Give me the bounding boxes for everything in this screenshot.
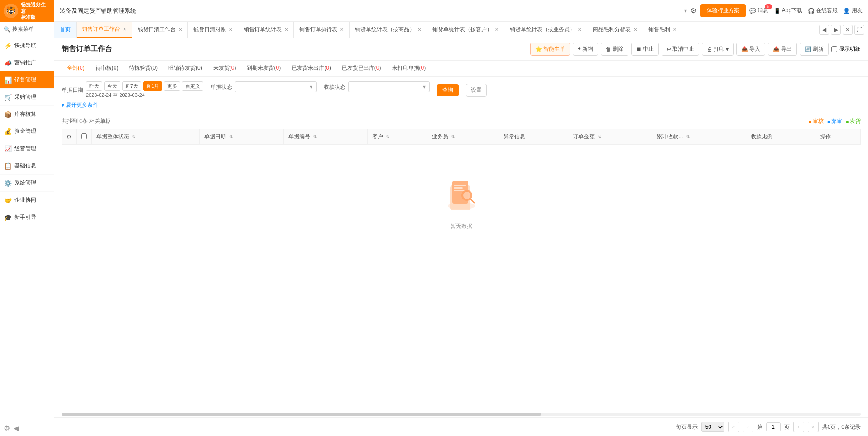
next-page-btn[interactable]: › [793, 422, 804, 432]
date-today-btn[interactable]: 今天 [104, 81, 120, 91]
col-customer-header[interactable]: 客户 ⇅ [367, 129, 427, 145]
sidebar-item-operations[interactable]: 📈 经营管理 [0, 140, 54, 157]
sidebar-item-enterprise[interactable]: 🤝 企业协同 [0, 192, 54, 209]
sidebar-item-finance[interactable]: 💰 资金管理 [0, 123, 54, 140]
tab-sales-stats-staff[interactable]: 销货单统计表（按业务员） ✕ [504, 22, 587, 38]
col-status-header[interactable]: 单据整体状态 ⇅ [92, 129, 200, 145]
tab-cash-daily-workbench[interactable]: 钱货日清工作台 ✕ [132, 22, 188, 38]
sidebar-collapse-btn[interactable]: ◀ [14, 424, 19, 432]
tab-sales-stats-customer[interactable]: 销货单统计表（按客户） ✕ [427, 22, 504, 38]
date-more-btn[interactable]: 更多 [164, 81, 180, 91]
expand-btn[interactable]: ▾ 展开更多条件 [62, 101, 861, 109]
sub-tab-not-shipped[interactable]: 未发货(0) [208, 61, 242, 76]
sidebar-item-base-info[interactable]: 📋 基础信息 [0, 157, 54, 175]
date-1month-btn[interactable]: 近1月 [143, 81, 162, 91]
sidebar-item-sys-mgmt[interactable]: ⚙️ 系统管理 [0, 175, 54, 192]
tab-close-cash-goods[interactable]: ✕ [229, 27, 232, 32]
sidebar-settings-btn[interactable]: ⚙ [4, 424, 10, 432]
sub-tab-all[interactable]: 全部(0) [62, 61, 90, 76]
tab-sales-order-stats[interactable]: 销售订单统计表 ✕ [238, 22, 294, 38]
import-btn[interactable]: 📥 导入 [736, 43, 765, 56]
tab-close-gross[interactable]: ✕ [673, 27, 676, 32]
tab-sales-order-exec[interactable]: 销售订单执行表 ✕ [294, 22, 350, 38]
app-download-btn[interactable]: 📱 App下载 [774, 7, 802, 14]
tab-close-sales-exec[interactable]: ✕ [340, 27, 344, 32]
first-page-btn[interactable]: « [728, 422, 739, 432]
delete-btn[interactable]: 🗑 删除 [601, 43, 628, 56]
tab-close-stats-product[interactable]: ✕ [417, 27, 421, 32]
tab-sales-stats-product[interactable]: 销货单统计表（按商品） ✕ [350, 22, 427, 38]
col-number-header[interactable]: 单据编号 ⇅ [283, 129, 367, 145]
stop-btn[interactable]: ⏹ 中止 [631, 43, 659, 56]
cancel-stop-btn[interactable]: ↩ 取消中止 [662, 43, 699, 56]
tab-close-stats-staff[interactable]: ✕ [578, 27, 581, 32]
user-icon: 👤 [843, 8, 850, 14]
col-collected-header[interactable]: 累计收款... ⇅ [652, 129, 746, 145]
experience-btn[interactable]: 体验行业方案 [700, 4, 746, 17]
show-detail-checkbox[interactable] [831, 46, 837, 52]
date-custom-btn[interactable]: 自定义 [182, 81, 203, 91]
col-settings-header[interactable]: ⚙ [62, 129, 77, 145]
sidebar-item-inventory[interactable]: 📦 库存核算 [0, 106, 54, 123]
tab-sales-gross[interactable]: 销售毛利 ✕ [643, 22, 682, 38]
message-btn[interactable]: 💬 消息 6 [749, 7, 768, 14]
tab-scroll-left-btn[interactable]: ◀ [819, 25, 829, 35]
sidebar-item-marketing[interactable]: 📣 营销推广 [0, 54, 54, 71]
tab-close-stats-customer[interactable]: ✕ [495, 27, 499, 32]
sidebar-item-search[interactable]: 🔍 搜索菜单 [0, 22, 54, 37]
page-size-select[interactable]: 10 20 50 100 [701, 422, 724, 432]
settings-btn[interactable]: ⚙ [691, 6, 697, 15]
settings-filter-btn[interactable]: 设置 [466, 84, 487, 97]
query-btn[interactable]: 查询 [437, 84, 459, 96]
sub-tab-pending-inspect[interactable]: 待拣验货(0) [124, 61, 163, 76]
scroll-track[interactable] [62, 413, 861, 416]
col-check-header[interactable] [77, 129, 92, 145]
print-btn[interactable]: 🖨 打印 ▾ [702, 43, 734, 56]
status-select[interactable]: ▾ [235, 81, 317, 92]
tab-home[interactable]: 首页 [54, 22, 77, 38]
sub-tab-shipped-not-warehoused[interactable]: 已发货未出库(0) [286, 61, 336, 76]
col-amount-header[interactable]: 订单金额 ⇅ [568, 129, 652, 145]
tab-close-margin[interactable]: ✕ [633, 27, 637, 32]
dropdown-icon[interactable]: ▾ [684, 8, 687, 14]
cancel-audit-btn[interactable]: ● 弃审 [827, 118, 842, 125]
smart-btn[interactable]: ⭐ 智能生单 [530, 43, 570, 56]
tab-fullscreen-btn[interactable]: ⛶ [854, 25, 864, 35]
payment-select[interactable]: ▾ [348, 81, 430, 92]
sidebar-item-purchase[interactable]: 🛒 采购管理 [0, 89, 54, 106]
date-7days-btn[interactable]: 近7天 [122, 81, 141, 91]
sidebar-item-sales[interactable]: 📊 销售管理 [0, 71, 54, 89]
date-yesterday-btn[interactable]: 昨天 [86, 81, 102, 91]
new-btn[interactable]: + 新增 [573, 43, 598, 56]
user-area[interactable]: 👤 用友 [843, 7, 863, 14]
sub-tab-wangpu-pending-ship[interactable]: 旺铺待发货(0) [163, 61, 208, 76]
tab-close-all-btn[interactable]: ✕ [843, 25, 853, 35]
page-number-input[interactable] [766, 422, 781, 431]
tab-scroll-right-btn[interactable]: ▶ [831, 25, 841, 35]
online-service-btn[interactable]: 🎧 在线客服 [808, 7, 838, 14]
tab-close-cash-daily[interactable]: ✕ [178, 27, 182, 32]
sub-tab-shipped-warehoused[interactable]: 已发货已出库(0) [336, 61, 387, 76]
tab-sales-order-workbench[interactable]: 销售订单工作台 ✕ [77, 22, 132, 38]
audit-btn[interactable]: ● 审核 [808, 118, 823, 125]
sidebar-item-quick-nav[interactable]: ⚡ 快捷导航 [0, 37, 54, 54]
tab-cash-goods-account[interactable]: 钱货日清对账 ✕ [188, 22, 238, 38]
select-all-checkbox[interactable] [81, 133, 87, 139]
tab-close-sales-stats[interactable]: ✕ [284, 27, 288, 32]
last-page-btn[interactable]: » [808, 422, 819, 432]
export-btn[interactable]: 📤 导出 [768, 43, 797, 56]
sub-tab-not-printed[interactable]: 未打印单据(0) [387, 61, 432, 76]
ship-btn[interactable]: ● 发货 [846, 118, 861, 125]
scroll-bar-area[interactable] [54, 411, 868, 417]
tab-product-margin[interactable]: 商品毛利分析表 ✕ [587, 22, 643, 38]
col-staff-header[interactable]: 业务员 ⇅ [427, 129, 499, 145]
sub-tab-overdue-not-shipped[interactable]: 到期未发货(0) [241, 61, 286, 76]
sub-tab-pending-review[interactable]: 待审核(0) [90, 61, 124, 76]
show-detail-label[interactable]: 显示明细 [831, 45, 861, 53]
refresh-btn[interactable]: 🔄 刷新 [800, 43, 829, 56]
tab-close-sales-order[interactable]: ✕ [123, 27, 126, 32]
scroll-thumb[interactable] [62, 413, 541, 416]
prev-page-btn[interactable]: ‹ [743, 422, 753, 432]
sidebar-item-new-guide[interactable]: 🎓 新手引导 [0, 209, 54, 226]
col-date-header[interactable]: 单据日期 ⇅ [200, 129, 283, 145]
